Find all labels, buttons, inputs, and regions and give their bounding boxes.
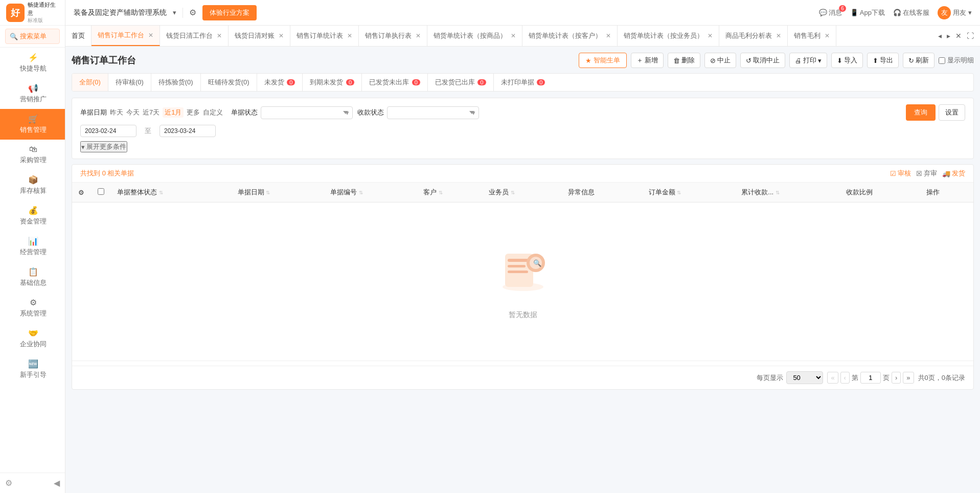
shortcut-1month[interactable]: 近1月 [163, 107, 184, 118]
prev-page-button[interactable]: ‹ [840, 372, 850, 384]
online-service-btn[interactable]: 🎧 在线客服 [893, 8, 929, 17]
shortcut-custom[interactable]: 自定义 [203, 108, 223, 117]
delete-button[interactable]: 🗑 删除 [668, 53, 700, 68]
tab-scroll-right-icon[interactable]: ▸ [945, 30, 952, 42]
th-collected-sort-icon[interactable]: ⇅ [776, 190, 780, 195]
next-page-button[interactable]: › [892, 372, 901, 384]
tab-sales-exec[interactable]: 销售订单执行表 ✕ [359, 26, 427, 46]
tab-sales-more[interactable]: 销售毛利 ✕ [788, 26, 836, 46]
status-select[interactable] [261, 106, 353, 119]
cash-daily-close-icon[interactable]: ✕ [217, 32, 222, 39]
display-detail-checkbox[interactable] [939, 57, 945, 64]
ship-action[interactable]: 🚚 发货 [942, 169, 965, 178]
tab-summary-product[interactable]: 销货单统计表（按商品） ✕ [427, 26, 522, 46]
tab-summary-customer[interactable]: 销货单统计表（按客户） ✕ [522, 26, 618, 46]
topbar-gear-icon[interactable]: ⚙ [189, 8, 196, 17]
last-page-button[interactable]: » [903, 372, 914, 384]
refresh-button[interactable]: ↻ 刷新 [903, 53, 935, 68]
search-menu-button[interactable]: 🔍 搜索菜单 [5, 29, 60, 44]
tab-summary-staff[interactable]: 销货单统计表（按业务员） ✕ [618, 26, 719, 46]
payment-select[interactable] [387, 106, 479, 119]
cash-reconcile-close-icon[interactable]: ✕ [279, 32, 284, 39]
shortcut-today[interactable]: 今天 [126, 108, 140, 117]
user-area[interactable]: 友 用友 ▾ [938, 6, 972, 19]
page-input[interactable] [860, 372, 881, 384]
print-button[interactable]: 🖨 打印 ▾ [789, 53, 827, 68]
subtab-wangpu[interactable]: 旺铺待发货(0) [201, 74, 257, 91]
subtab-shipped-not-out[interactable]: 已发货未出库 0 [362, 74, 428, 91]
industry-btn[interactable]: 体验行业方案 [202, 5, 257, 20]
margin-close-icon[interactable]: ✕ [776, 32, 781, 39]
date-from-input[interactable] [80, 125, 136, 137]
system-dropdown[interactable]: ▾ [173, 9, 176, 16]
summary-customer-close-icon[interactable]: ✕ [606, 32, 611, 39]
th-customer-sort-icon[interactable]: ⇅ [439, 190, 443, 195]
tab-maximize-icon[interactable]: ⛶ [965, 30, 976, 42]
collapse-icon[interactable]: ◀ [54, 478, 60, 488]
review-action[interactable]: ☑ 审核 [890, 169, 911, 178]
tab-cash-daily[interactable]: 钱货日清工作台 ✕ [160, 26, 229, 46]
tab-cash-reconcile[interactable]: 钱货日清对账 ✕ [229, 26, 290, 46]
sidebar-item-basic-info[interactable]: 📋 基础信息 [0, 262, 65, 293]
th-staff-sort-icon[interactable]: ⇅ [511, 190, 515, 195]
display-detail-label[interactable]: 显示明细 [939, 56, 974, 65]
th-number-sort-icon[interactable]: ⇅ [359, 190, 363, 195]
tab-sales-workbench[interactable]: 销售订单工作台 ✕ [92, 26, 160, 46]
cancel-pause-label: 取消中止 [753, 56, 780, 65]
pause-button[interactable]: ⊘ 中止 [704, 53, 736, 68]
new-button[interactable]: ＋ 新增 [631, 53, 664, 68]
subtab-not-printed[interactable]: 未打印单据 0 [494, 74, 553, 91]
sales-more-close-icon[interactable]: ✕ [825, 32, 830, 39]
summary-product-close-icon[interactable]: ✕ [511, 32, 516, 39]
shortcut-more[interactable]: 更多 [187, 108, 200, 117]
tab-scroll-left-icon[interactable]: ◂ [936, 30, 944, 42]
settings-col-icon[interactable]: ⚙ [78, 189, 84, 196]
first-page-button[interactable]: « [827, 372, 838, 384]
horizontal-scrollbar[interactable] [72, 361, 973, 366]
sidebar-item-purchase[interactable]: 🛍 采购管理 [0, 140, 65, 170]
expand-button[interactable]: ▾ 展开更多条件 [80, 141, 127, 152]
sidebar-item-quick-nav[interactable]: ⚡ 快捷导航 [0, 48, 65, 78]
select-all-checkbox[interactable] [98, 188, 104, 195]
th-status-sort-icon[interactable]: ⇅ [159, 190, 163, 195]
sales-workbench-close-icon[interactable]: ✕ [148, 32, 153, 39]
query-button[interactable]: 查询 [906, 104, 936, 121]
sidebar-item-marketing[interactable]: 📢 营销推广 [0, 78, 65, 109]
sales-exec-close-icon[interactable]: ✕ [416, 32, 421, 39]
subtab-expired-not-shipped[interactable]: 到期未发货 0 [303, 74, 362, 91]
date-to-input[interactable] [159, 125, 216, 137]
subtab-all[interactable]: 全部(0) [72, 74, 108, 91]
import-button[interactable]: ⬇ 导入 [831, 53, 863, 68]
tab-home[interactable]: 首页 [65, 26, 92, 46]
cancel-review-action[interactable]: ☒ 弃审 [916, 169, 937, 178]
sidebar-item-guide[interactable]: 🆕 新手引导 [0, 354, 65, 385]
subtab-pending-review[interactable]: 待审核(0) [108, 74, 151, 91]
setting-button[interactable]: 设置 [939, 104, 965, 121]
export-button[interactable]: ⬆ 导出 [867, 53, 899, 68]
sidebar-item-operations[interactable]: 📊 经营管理 [0, 231, 65, 262]
tab-close-all-icon[interactable]: ✕ [953, 30, 964, 42]
settings-icon[interactable]: ⚙ [5, 478, 12, 488]
subtab-pending-inspection[interactable]: 待拣验货(0) [151, 74, 201, 91]
summary-staff-close-icon[interactable]: ✕ [708, 32, 713, 39]
sidebar-item-sales[interactable]: 🛒 销售管理 [0, 109, 65, 140]
message-btn[interactable]: 💬 消息 6 [819, 8, 842, 17]
smart-create-button[interactable]: ★ 智能生单 [579, 53, 627, 68]
subtab-shipped-out[interactable]: 已发货已出库 0 [428, 74, 494, 91]
sidebar-item-system[interactable]: ⚙ 系统管理 [0, 293, 65, 323]
th-date-sort-icon[interactable]: ⇅ [266, 190, 270, 195]
cancel-pause-button[interactable]: ↺ 取消中止 [740, 53, 785, 68]
subtab-not-shipped[interactable]: 未发货 0 [257, 74, 303, 91]
shortcut-yesterday[interactable]: 昨天 [110, 108, 123, 117]
sidebar-item-finance[interactable]: 💰 资金管理 [0, 200, 65, 231]
sidebar-search-area[interactable]: 🔍 搜索菜单 [0, 26, 65, 48]
sidebar-item-cooperation[interactable]: 🤝 企业协同 [0, 323, 65, 354]
app-download-btn[interactable]: 📱 App下载 [850, 8, 885, 17]
shortcut-7days[interactable]: 近7天 [143, 108, 159, 117]
per-page-select[interactable]: 10 20 50 100 [786, 371, 823, 384]
th-amount-sort-icon[interactable]: ⇅ [677, 190, 681, 195]
sidebar-item-inventory[interactable]: 📦 库存核算 [0, 170, 65, 200]
sales-stats-close-icon[interactable]: ✕ [347, 32, 352, 39]
tab-sales-stats[interactable]: 销售订单统计表 ✕ [290, 26, 359, 46]
tab-margin[interactable]: 商品毛利分析表 ✕ [719, 26, 788, 46]
